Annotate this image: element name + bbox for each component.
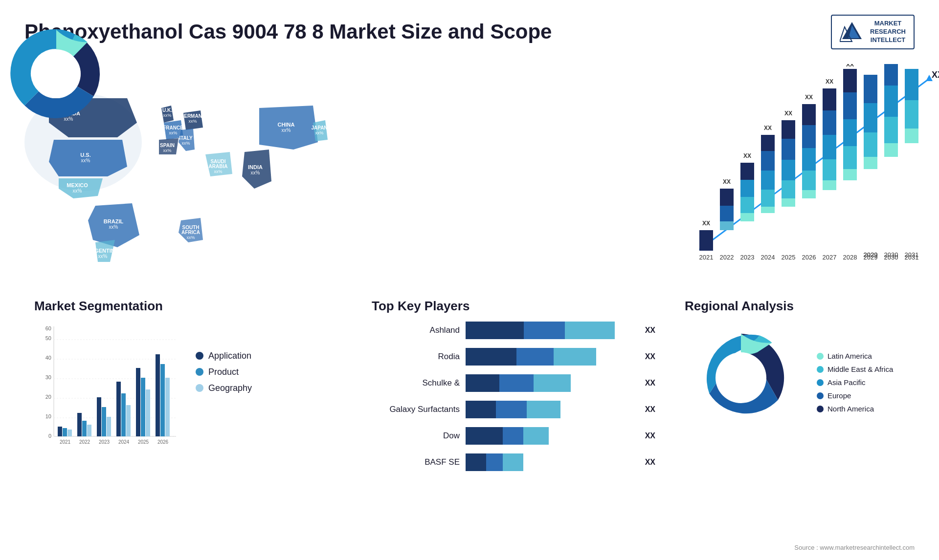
legend-europe: Europe	[817, 391, 893, 400]
player-row-rodia: Rodia XX	[372, 348, 655, 366]
svg-rect-68	[802, 171, 816, 190]
svg-text:INDIA: INDIA	[248, 164, 263, 170]
segmentation-title: Market Segmentation	[34, 299, 337, 314]
svg-text:2026: 2026	[157, 439, 169, 445]
svg-text:2026: 2026	[802, 254, 816, 261]
svg-text:2023: 2023	[740, 254, 755, 261]
svg-rect-60	[782, 198, 795, 207]
svg-rect-64	[782, 120, 795, 139]
regional-section: Regional Analysis	[675, 289, 919, 481]
map-section: CANADA xx% U.S. xx% MEXICO xx% BRAZIL xx…	[20, 59, 675, 289]
svg-text:XX: XX	[764, 125, 772, 131]
svg-rect-53	[761, 207, 775, 213]
svg-text:ARGENTINA: ARGENTINA	[87, 248, 118, 254]
segmentation-section: Market Segmentation 0 10 20 30 40 50 60	[20, 289, 352, 481]
svg-rect-142	[160, 364, 165, 436]
svg-text:xx%: xx%	[251, 170, 260, 175]
svg-rect-82	[843, 146, 857, 169]
logo-text: MARKET RESEARCH INTELLECT	[870, 20, 906, 44]
player-label-galaxy: XX	[645, 405, 655, 414]
bar-chart-section: XX XX 2021 XX 2022 XX 2023 X	[675, 59, 919, 289]
svg-text:XX: XX	[846, 64, 854, 68]
svg-rect-84	[843, 92, 857, 119]
svg-rect-81	[843, 169, 857, 180]
donut-svg-clean	[0, 18, 112, 130]
svg-rect-123	[67, 430, 72, 436]
svg-text:2024: 2024	[118, 439, 130, 445]
player-label-schulke: XX	[645, 379, 655, 388]
svg-text:2029: 2029	[864, 254, 878, 261]
svg-rect-129	[97, 397, 101, 436]
svg-rect-93	[884, 143, 898, 157]
svg-rect-39	[699, 230, 713, 251]
svg-text:XX: XX	[702, 220, 710, 227]
svg-text:2023: 2023	[99, 439, 110, 445]
europe-dot	[817, 392, 824, 399]
segmentation-chart-area: 0 10 20 30 40 50 60 2021	[34, 322, 337, 458]
svg-text:2025: 2025	[782, 254, 796, 261]
svg-rect-88	[864, 157, 877, 169]
svg-rect-100	[905, 69, 918, 100]
svg-text:2031: 2031	[905, 254, 919, 261]
svg-text:ARABIA: ARABIA	[209, 164, 228, 169]
svg-rect-50	[740, 163, 754, 180]
product-dot	[196, 368, 203, 376]
svg-rect-137	[136, 368, 140, 436]
svg-text:xx%: xx%	[315, 130, 323, 135]
player-bar-ashland	[466, 322, 635, 339]
svg-rect-96	[884, 64, 898, 86]
svg-text:CHINA: CHINA	[278, 122, 295, 128]
svg-rect-133	[116, 382, 121, 436]
latin-america-dot	[817, 353, 824, 360]
svg-text:FRANCE: FRANCE	[163, 125, 183, 130]
svg-text:SPAIN: SPAIN	[160, 143, 175, 148]
svg-rect-141	[156, 354, 160, 436]
svg-text:U.S.: U.S.	[80, 152, 90, 158]
svg-text:20: 20	[45, 394, 51, 400]
svg-rect-139	[146, 389, 150, 436]
svg-rect-85	[843, 69, 857, 92]
svg-rect-90	[864, 103, 877, 132]
svg-rect-57	[761, 135, 775, 151]
north-america-dot	[817, 406, 824, 412]
svg-text:xx%: xx%	[109, 224, 118, 230]
svg-text:2030: 2030	[884, 254, 898, 261]
asia-pacific-dot	[817, 379, 824, 386]
player-name-ashland: Ashland	[372, 325, 460, 335]
svg-text:XX: XX	[826, 78, 833, 85]
svg-text:GERMANY: GERMANY	[180, 113, 205, 119]
middle-east-africa-dot	[817, 366, 824, 373]
svg-rect-48	[740, 197, 754, 213]
svg-rect-135	[126, 405, 131, 436]
svg-rect-143	[165, 378, 170, 436]
svg-text:xx%: xx%	[214, 169, 222, 174]
svg-text:XX: XX	[805, 94, 813, 101]
asia-pacific-label: Asia Pacific	[827, 378, 866, 387]
svg-text:xx%: xx%	[188, 119, 197, 124]
middle-east-africa-label: Middle East & Africa	[827, 365, 893, 373]
svg-rect-62	[782, 160, 795, 180]
player-bar-rodia	[466, 348, 635, 366]
player-label-dow: XX	[645, 431, 655, 440]
svg-text:2024: 2024	[761, 254, 775, 261]
player-row-basf: BASF SE XX	[372, 453, 655, 471]
player-bar-dow	[466, 427, 635, 445]
player-row-ashland: Ashland XX	[372, 322, 655, 339]
header: Phenoxyethanol Cas 9004 78 8 Market Size…	[0, 0, 939, 59]
logo-icon	[840, 20, 864, 44]
player-label-ashland: XX	[645, 326, 655, 335]
svg-rect-70	[802, 125, 816, 148]
svg-text:2021: 2021	[60, 439, 71, 445]
svg-text:2022: 2022	[720, 254, 734, 261]
legend-product: Product	[196, 367, 252, 377]
regional-title: Regional Analysis	[685, 299, 910, 314]
geography-label: Geography	[208, 383, 252, 393]
svg-text:2027: 2027	[823, 254, 837, 261]
svg-text:XX: XX	[723, 178, 731, 185]
legend-north-america: North America	[817, 405, 893, 413]
svg-text:2021: 2021	[699, 254, 714, 261]
svg-rect-91	[864, 75, 877, 103]
svg-rect-71	[802, 104, 816, 125]
svg-rect-98	[905, 129, 918, 143]
svg-text:2028: 2028	[843, 254, 857, 261]
